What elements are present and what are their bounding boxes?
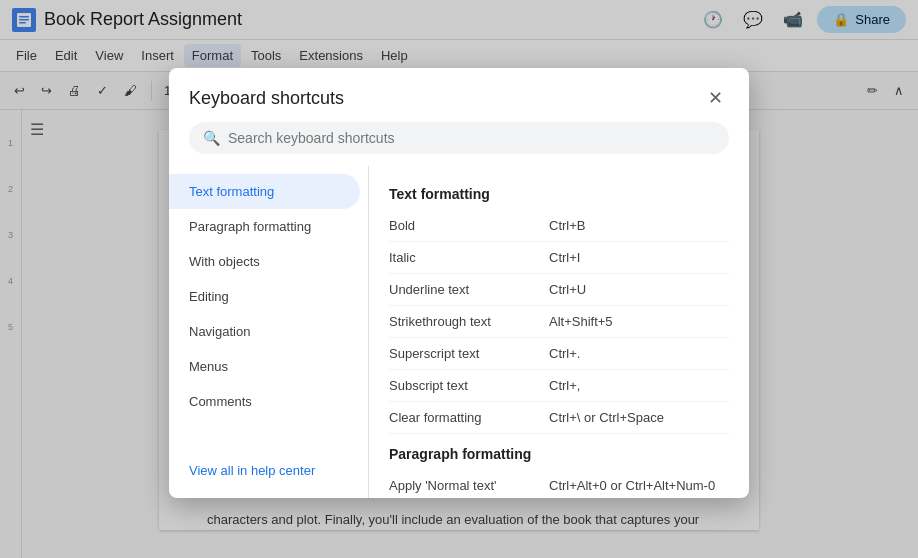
- shortcut-clear-formatting: Clear formatting Ctrl+\ or Ctrl+Space: [389, 402, 729, 434]
- section-title-paragraph-formatting: Paragraph formatting: [389, 434, 729, 470]
- sidebar-item-comments[interactable]: Comments: [169, 384, 360, 419]
- shortcut-strikethrough: Strikethrough text Alt+Shift+5: [389, 306, 729, 338]
- shortcut-keys-bold: Ctrl+B: [549, 218, 729, 233]
- modal-overlay: Keyboard shortcuts ✕ 🔍 Text formatting P…: [0, 0, 918, 558]
- shortcut-name-superscript: Superscript text: [389, 346, 549, 361]
- shortcut-name-strikethrough: Strikethrough text: [389, 314, 549, 329]
- shortcut-normal-text: Apply 'Normal text' Ctrl+Alt+0 or Ctrl+A…: [389, 470, 729, 498]
- shortcut-keys-underline: Ctrl+U: [549, 282, 729, 297]
- shortcut-keys-subscript: Ctrl+,: [549, 378, 729, 393]
- modal-content: Text formatting Bold Ctrl+B Italic Ctrl+…: [369, 166, 749, 498]
- sidebar-item-with-objects[interactable]: With objects: [169, 244, 360, 279]
- shortcut-keys-italic: Ctrl+I: [549, 250, 729, 265]
- modal-header: Keyboard shortcuts ✕: [169, 68, 749, 122]
- sidebar-items: Text formatting Paragraph formatting Wit…: [169, 174, 368, 419]
- shortcut-italic: Italic Ctrl+I: [389, 242, 729, 274]
- modal-close-button[interactable]: ✕: [701, 84, 729, 112]
- modal-title: Keyboard shortcuts: [189, 88, 344, 109]
- sidebar-item-navigation[interactable]: Navigation: [169, 314, 360, 349]
- sidebar-item-paragraph-formatting[interactable]: Paragraph formatting: [169, 209, 360, 244]
- modal-sidebar: Text formatting Paragraph formatting Wit…: [169, 166, 369, 498]
- search-bar: 🔍: [169, 122, 749, 166]
- shortcut-underline: Underline text Ctrl+U: [389, 274, 729, 306]
- shortcut-subscript: Subscript text Ctrl+,: [389, 370, 729, 402]
- sidebar-item-editing[interactable]: Editing: [169, 279, 360, 314]
- modal-body: Text formatting Paragraph formatting Wit…: [169, 166, 749, 498]
- shortcut-name-italic: Italic: [389, 250, 549, 265]
- view-all-link[interactable]: View all in help center: [189, 463, 315, 478]
- search-input[interactable]: [228, 130, 715, 146]
- sidebar-footer: View all in help center: [169, 451, 368, 490]
- close-icon: ✕: [708, 87, 723, 109]
- shortcut-name-normal-text: Apply 'Normal text': [389, 478, 549, 493]
- section-title-text-formatting: Text formatting: [389, 174, 729, 210]
- shortcut-name-underline: Underline text: [389, 282, 549, 297]
- shortcut-keys-strikethrough: Alt+Shift+5: [549, 314, 729, 329]
- shortcut-keys-normal-text: Ctrl+Alt+0 or Ctrl+Alt+Num-0: [549, 478, 729, 493]
- shortcut-name-clear-formatting: Clear formatting: [389, 410, 549, 425]
- shortcut-bold: Bold Ctrl+B: [389, 210, 729, 242]
- shortcut-name-bold: Bold: [389, 218, 549, 233]
- search-input-wrap: 🔍: [189, 122, 729, 154]
- shortcut-keys-superscript: Ctrl+.: [549, 346, 729, 361]
- search-icon: 🔍: [203, 130, 220, 146]
- sidebar-item-text-formatting[interactable]: Text formatting: [169, 174, 360, 209]
- keyboard-shortcuts-modal: Keyboard shortcuts ✕ 🔍 Text formatting P…: [169, 68, 749, 498]
- shortcut-superscript: Superscript text Ctrl+.: [389, 338, 729, 370]
- sidebar-item-menus[interactable]: Menus: [169, 349, 360, 384]
- shortcut-name-subscript: Subscript text: [389, 378, 549, 393]
- shortcut-keys-clear-formatting: Ctrl+\ or Ctrl+Space: [549, 410, 729, 425]
